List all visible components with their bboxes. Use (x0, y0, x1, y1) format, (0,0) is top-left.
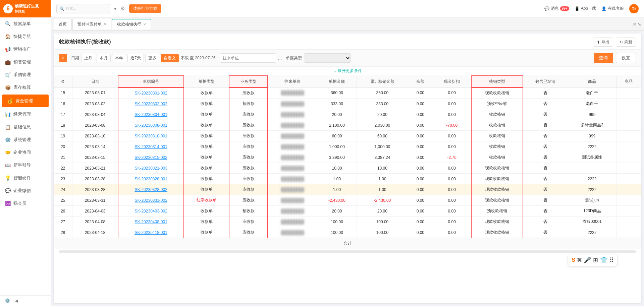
cell-doc-type: 收款单 (184, 206, 229, 217)
filter-date-btn-近7天[interactable]: 近7天 (127, 54, 144, 62)
tab-expand-button[interactable]: ⤡ (637, 21, 641, 27)
col-amount[interactable]: 单据金额 (317, 76, 357, 87)
cell-goods2 (616, 227, 641, 238)
cell-verified: 333.00 (357, 99, 408, 109)
sidebar-item-basic[interactable]: 📋基础信息 (0, 121, 51, 133)
cell-goods2 (616, 195, 641, 206)
query-button[interactable]: 查询 (594, 53, 613, 63)
filter-partner-input[interactable] (220, 53, 276, 63)
sidebar-item-guide[interactable]: 📖新手引导 (0, 159, 51, 172)
filter-date-btn-本月[interactable]: 本月 (97, 54, 111, 62)
doc-no-link[interactable]: SK-20230328-001 (135, 177, 167, 181)
export-button[interactable]: ⬆ 导出 (593, 38, 613, 47)
refresh-button[interactable]: ↻ 刷新 (616, 38, 636, 47)
industry-solution-button[interactable]: 体验行业方案 (129, 4, 161, 13)
topbar-search[interactable]: 🔍 搜索... (56, 4, 110, 13)
col-partner[interactable]: 往来单位 (268, 76, 317, 87)
sidebar-item-inventory[interactable]: 📦库存核算 (0, 81, 51, 94)
cell-settled: 否 (523, 174, 568, 184)
col-date[interactable]: 日期 (72, 76, 118, 87)
cell-doc-no[interactable]: SK-20230328-001 (118, 174, 184, 184)
col-settled[interactable]: 包含已结清 (523, 76, 568, 87)
sidebar-item-hardware[interactable]: 💡智能硬件 (0, 172, 51, 184)
filter-partner-ellipsis[interactable]: ... (278, 55, 282, 61)
cell-settled: 否 (523, 109, 568, 120)
doc-no-link[interactable]: SK-20230328-002 (135, 187, 167, 192)
cell-doc-no[interactable]: SK-20230302-002 (118, 99, 184, 109)
filter-date-custom-button[interactable]: 自定义 (161, 54, 179, 62)
doc-no-link[interactable]: SK-20230408-001 (135, 220, 167, 224)
col-goods[interactable]: 商品 (568, 76, 616, 87)
sidebar-collapse-icon[interactable]: ◀ (15, 298, 18, 303)
watermark-apps: ⠿ (609, 256, 614, 264)
expand-more-button[interactable]: ⌄ 展开更多条件 (333, 68, 362, 74)
sidebar-settings-icon[interactable]: ⚙️ (5, 298, 10, 303)
doc-no-link[interactable]: SK-20230302-002 (135, 102, 167, 106)
cell-doc-no[interactable]: SK-20230331-002 (118, 195, 184, 206)
online-service-group[interactable]: 👤 在线客服 (601, 6, 624, 11)
tab-close-collect[interactable]: ✕ (143, 22, 146, 26)
tab-home[interactable]: 首页 (54, 19, 72, 29)
sidebar-item-sales[interactable]: 💼销售管理 (0, 56, 51, 68)
doc-no-link[interactable]: SK-20230315-002 (135, 155, 167, 160)
cell-doc-no[interactable]: SK-20230304-001 (118, 109, 184, 120)
col-doc-type[interactable]: 单据类型 (184, 76, 229, 87)
col-verify-type[interactable]: 核销类型 (471, 76, 523, 87)
tab-payable[interactable]: 预付冲应付单✕ (72, 19, 111, 29)
doc-no-link[interactable]: SK-20230310-001 (135, 134, 167, 138)
sidebar-item-search[interactable]: 🔍搜索菜单 (0, 17, 51, 30)
col-balance[interactable]: 余额 (408, 76, 433, 87)
doc-no-link[interactable]: SK-20230301-002 (135, 91, 167, 96)
col-goods2[interactable]: 商品 (616, 76, 641, 87)
filter-date-btn-更多[interactable]: 更多 (145, 54, 159, 62)
sidebar-item-finance[interactable]: 💰资金管理 (2, 95, 49, 107)
message-icon-group[interactable]: 💬 消息 99+ (544, 6, 569, 11)
cell-doc-no[interactable]: SK-20230403-002 (118, 206, 184, 217)
col-verified[interactable]: 累计核销金额 (357, 76, 408, 87)
sidebar-item-purchase[interactable]: 🛒采购管理 (0, 68, 51, 81)
topbar-gear-icon[interactable]: ⚙ (120, 5, 125, 12)
filter-date-buttons: 上月本月本年近7天更多自定义 (81, 54, 179, 62)
doc-no-link[interactable]: SK-20230331-002 (135, 198, 167, 203)
sidebar-item-quick[interactable]: 🏠快捷导航 (0, 30, 51, 43)
filter-date-btn-上月[interactable]: 上月 (81, 54, 95, 62)
user-avatar[interactable]: Rit (629, 4, 639, 13)
col-biz-type[interactable]: 业务类型 (229, 76, 268, 87)
horizontal-scrollbar[interactable] (59, 250, 636, 253)
tab-collect[interactable]: 收款核销执行✕ (112, 19, 151, 29)
doc-no-link[interactable]: SK-20230321-003 (135, 166, 167, 171)
col-discount[interactable]: 现金折扣 (433, 76, 471, 87)
filter-date-btn-本年[interactable]: 本年 (112, 54, 126, 62)
doc-no-link[interactable]: SK-20230403-002 (135, 209, 167, 213)
sidebar-item-wechat[interactable]: 💬企业微信 (0, 184, 51, 197)
sidebar-item-member[interactable]: ♾️畅会员 (0, 197, 51, 210)
doc-no-link[interactable]: SK-20230314-001 (135, 144, 167, 149)
cell-doc-no[interactable]: SK-20230308-001 (118, 120, 184, 131)
table-row: 162023-03-02SK-20230302-002收款单预收款███████… (54, 99, 641, 109)
doc-no-link[interactable]: SK-20230304-001 (135, 112, 167, 117)
topbar-dropdown-icon[interactable]: ▾ (114, 6, 116, 11)
tab-close-all-button[interactable]: ✕ (633, 21, 637, 27)
sidebar-item-operation[interactable]: 📊经营管理 (0, 108, 51, 121)
setting-button[interactable]: 设置 (616, 53, 636, 63)
app-download-group[interactable]: 📱 App下载 (575, 6, 596, 11)
col-gear[interactable]: ⚙ (54, 76, 72, 87)
filter-voucher-select[interactable] (304, 53, 351, 63)
filter-toggle-button[interactable]: » (59, 54, 67, 62)
cell-doc-no[interactable]: SK-20230321-003 (118, 163, 184, 174)
cell-doc-no[interactable]: SK-20230418-001 (118, 227, 184, 238)
app-download-label: App下载 (581, 6, 596, 11)
sidebar-item-system[interactable]: ⚙️系统管理 (0, 133, 51, 146)
cell-doc-no[interactable]: SK-20230328-002 (118, 184, 184, 195)
cell-doc-no[interactable]: SK-20230315-002 (118, 152, 184, 163)
col-doc-no[interactable]: 单据编号 (118, 76, 184, 87)
cell-doc-no[interactable]: SK-20230301-002 (118, 87, 184, 99)
sidebar-item-corp[interactable]: 🤝企业协同 (0, 146, 51, 159)
cell-doc-no[interactable]: SK-20230314-001 (118, 141, 184, 152)
tab-close-payable[interactable]: ✕ (104, 22, 106, 26)
cell-doc-no[interactable]: SK-20230310-001 (118, 131, 184, 141)
doc-no-link[interactable]: SK-20230308-001 (135, 123, 167, 128)
sidebar-item-marketing[interactable]: 📢营销推广 (0, 43, 51, 56)
cell-doc-no[interactable]: SK-20230408-001 (118, 217, 184, 227)
doc-no-link[interactable]: SK-20230418-001 (135, 230, 167, 235)
